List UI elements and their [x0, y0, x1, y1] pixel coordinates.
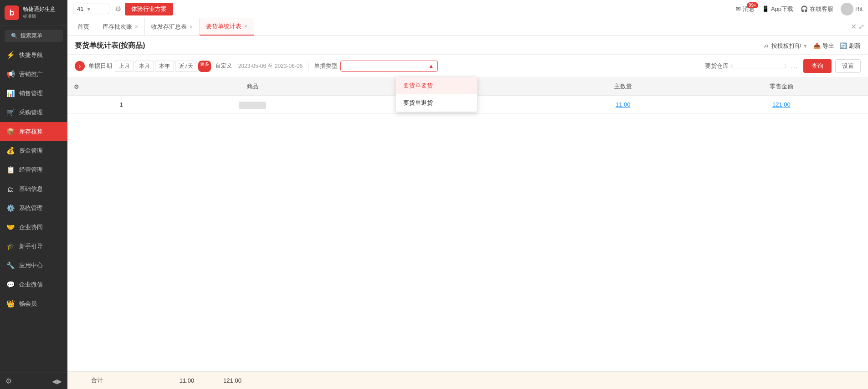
sidebar-item-apps[interactable]: 🔧 应用中心: [0, 256, 67, 275]
apps-label: 应用中心: [19, 261, 43, 270]
warehouse-filter-label: 要货仓库: [705, 62, 729, 70]
filter-warehouse-group: 要货仓库 …: [705, 62, 800, 70]
tab-inventory-batch[interactable]: 库存批次账 ×: [96, 18, 145, 36]
tab-order-stats[interactable]: 要货单统计表 ×: [200, 18, 254, 36]
tab-home-label: 首页: [77, 23, 89, 31]
settings-btn[interactable]: 设置: [835, 59, 861, 73]
dropdown-arrow-icon: ▼: [86, 6, 91, 12]
refresh-label: 刷新: [849, 42, 861, 50]
finance-icon: 💰: [5, 146, 15, 156]
filter-bar: › 单据日期 上月 本月 本年 近7天 更多 自定义 2023-05-06 至 …: [67, 55, 868, 78]
messages-badge: 99+: [747, 2, 758, 8]
tabs-expand-btn[interactable]: ⤢: [858, 22, 864, 31]
col-header-goods: 商品: [157, 78, 348, 96]
enterprise-icon: 🤝: [5, 222, 15, 232]
phone-icon: 📱: [762, 5, 769, 12]
warehouse-input[interactable]: [731, 64, 786, 68]
tabs-right: ✕ ⤢: [851, 22, 864, 31]
basic-icon: 🗂: [5, 184, 15, 194]
sidebar-item-basic[interactable]: 🗂 基础信息: [0, 179, 67, 199]
table-settings-icon[interactable]: ⚙: [74, 83, 79, 90]
sidebar-item-enterprise[interactable]: 🤝 企业协同: [0, 218, 67, 237]
sidebar-nav: ⚡ 快捷导航 📢 营销推广 📊 销售管理 🛒 采购管理 📦 库存核算 💰 资金管…: [0, 46, 67, 373]
sidebar-item-purchase[interactable]: 🛒 采购管理: [0, 103, 67, 122]
date-btn-this-month[interactable]: 本月: [135, 61, 154, 72]
sidebar-item-inventory[interactable]: 📦 库存核算: [0, 122, 67, 141]
recent7-hot-badge: 更多: [198, 61, 211, 72]
messages-btn[interactable]: ✉ 消息 99+: [736, 5, 755, 13]
sidebar-item-sales[interactable]: 📊 销售管理: [0, 84, 67, 103]
print-template-btn[interactable]: 🖨 按模板打印 ▼: [764, 42, 808, 50]
settings-bottom-icon[interactable]: ⚙: [5, 377, 12, 385]
tabs-close-all-btn[interactable]: ✕: [851, 22, 857, 31]
sidebar-item-guide[interactable]: 🎓 新手引导: [0, 237, 67, 256]
footer-amount: 121.00: [210, 377, 255, 384]
query-btn[interactable]: 查询: [803, 59, 832, 73]
goods-blurred: [239, 102, 266, 109]
app-download-btn[interactable]: 📱 App下载: [762, 5, 793, 13]
finance-label: 资金管理: [19, 147, 43, 155]
sidebar-search[interactable]: 🔍 搜索菜单: [5, 30, 63, 42]
page-actions: 🖨 按模板打印 ▼ 📤 导出 🔄 刷新: [764, 42, 861, 50]
more-options-btn[interactable]: …: [789, 62, 800, 70]
operations-icon: 📋: [5, 165, 15, 175]
date-btn-prev-month[interactable]: 上月: [115, 61, 134, 72]
basic-label: 基础信息: [19, 185, 43, 193]
wechat-icon: 💬: [5, 280, 15, 290]
sidebar: b 畅捷通好生意 标准版 🔍 搜索菜单 ⚡ 快捷导航 📢 营销推广 📊 销售管理…: [0, 0, 67, 389]
refresh-btn[interactable]: 🔄 刷新: [840, 42, 861, 50]
dropdown-item-order-return[interactable]: 要货单退货: [396, 94, 477, 112]
sidebar-item-wechat[interactable]: 💬 企业微信: [0, 275, 67, 294]
type-select[interactable]: ▲: [340, 61, 438, 72]
sidebar-toggle-btn[interactable]: ◀▶: [52, 378, 62, 385]
tab-delivery-summary-label: 收发存汇总表: [151, 23, 187, 31]
date-btn-custom[interactable]: 自定义: [212, 61, 236, 72]
sidebar-item-quick-nav[interactable]: ⚡ 快捷导航: [0, 46, 67, 65]
inventory-icon: 📦: [5, 127, 15, 137]
footer-values: 11.00 121.00: [164, 377, 863, 384]
tab-delivery-summary-close[interactable]: ×: [190, 24, 193, 30]
sidebar-item-finance[interactable]: 💰 资金管理: [0, 141, 67, 160]
dropdown-item-order-goods-label: 要货单要货: [403, 82, 433, 90]
sidebar-item-operations[interactable]: 📋 经营管理: [0, 160, 67, 179]
row-amount: 121.00: [695, 96, 868, 114]
tab-inventory-batch-close[interactable]: ×: [135, 24, 138, 30]
dropdown-item-order-goods[interactable]: 要货单要货: [396, 77, 477, 94]
col-header-amount: 零售金额: [695, 78, 868, 96]
member-icon: 👑: [5, 299, 15, 309]
filter-expand-btn[interactable]: ›: [75, 61, 85, 71]
dropdown-value: 41: [77, 5, 83, 12]
tab-home[interactable]: 首页: [71, 18, 96, 36]
sidebar-item-member[interactable]: 👑 畅会员: [0, 294, 67, 313]
logo-icon: b: [5, 5, 19, 20]
trial-btn[interactable]: 体验行业方案: [125, 3, 173, 15]
export-btn[interactable]: 📤 导出: [813, 42, 834, 50]
user-area[interactable]: Rit: [841, 3, 863, 15]
search-icon: 🔍: [11, 33, 18, 39]
sidebar-item-marketing[interactable]: 📢 营销推广: [0, 65, 67, 84]
page-title: 要货单统计表(按商品): [75, 41, 145, 51]
marketing-label: 营销推广: [19, 70, 43, 78]
type-filter-label: 单据类型: [314, 62, 338, 70]
page-container: 要货单统计表(按商品) 🖨 按模板打印 ▼ 📤 导出 🔄 刷新: [67, 36, 868, 389]
filter-date-btns: 上月 本月 本年 近7天 更多 自定义: [115, 61, 236, 72]
col-header-no: [86, 78, 157, 96]
inventory-label: 库存核算: [19, 128, 43, 136]
system-icon: ⚙️: [5, 203, 15, 213]
tab-order-stats-close[interactable]: ×: [244, 23, 247, 30]
enterprise-label: 企业协同: [19, 223, 43, 231]
sidebar-item-system[interactable]: ⚙️ 系统管理: [0, 199, 67, 218]
online-service-btn[interactable]: 🎧 在线客服: [801, 5, 833, 13]
topbar-dropdown[interactable]: 41 ▼: [73, 4, 109, 14]
date-btn-recent7[interactable]: 近7天: [175, 61, 197, 72]
tab-delivery-summary[interactable]: 收发存汇总表 ×: [145, 18, 200, 36]
purchase-label: 采购管理: [19, 108, 43, 117]
footer-label: 合计: [73, 376, 164, 384]
date-btn-this-year[interactable]: 本年: [155, 61, 174, 72]
sales-icon: 📊: [5, 88, 15, 98]
date-range-display: 2023-05-06 至 2023-06-06: [238, 62, 303, 70]
topbar-gear-icon[interactable]: ⚙: [115, 5, 121, 13]
export-icon: 📤: [813, 42, 821, 49]
main-area: 41 ▼ ⚙ 体验行业方案 ✉ 消息 99+ 📱 App下载 🎧 在线客服 R: [67, 0, 868, 389]
sidebar-logo: b 畅捷通好生意 标准版: [0, 0, 67, 26]
